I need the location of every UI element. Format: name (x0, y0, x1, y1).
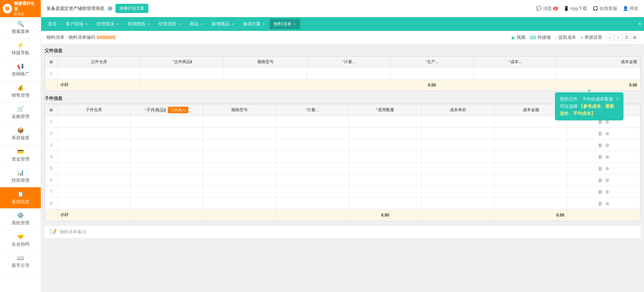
child-goods-3[interactable] (130, 139, 203, 151)
parent-production-cell[interactable] (391, 68, 474, 79)
child-qty-5[interactable] (349, 163, 422, 174)
shortcut-button[interactable]: ⌨ 快捷键 (530, 34, 551, 40)
child-warehouse-3[interactable] (58, 139, 131, 151)
child-goods-7[interactable] (130, 186, 203, 198)
tab-profit[interactable]: 利润报告 × (124, 19, 154, 29)
single-setting-button[interactable]: ≡ 单据设置 (580, 34, 602, 40)
child-goods-2[interactable] (130, 128, 203, 139)
sidebar-item-search[interactable]: 🔍 搜索菜单 (0, 17, 41, 38)
child-unit-5[interactable] (276, 163, 349, 174)
user-button[interactable]: 👤 用友 (623, 5, 639, 12)
tab-close-all-button[interactable]: × (638, 21, 641, 27)
child-spec-5[interactable] (203, 163, 276, 174)
delete-icon-8[interactable]: 🗑 (598, 201, 603, 206)
child-goods-4[interactable] (130, 151, 203, 163)
parent-th-gear[interactable]: ⚙ (45, 57, 58, 68)
child-spec-7[interactable] (203, 186, 276, 198)
child-unit-1[interactable] (276, 116, 349, 128)
child-unit-cost-7[interactable] (422, 186, 495, 198)
sidebar-item-collaboration[interactable]: 🤝 企业协同 (0, 230, 41, 251)
copy-icon-5[interactable]: ⊕ (605, 166, 609, 171)
copy-icon-2[interactable]: ⊕ (605, 131, 609, 136)
app-download-button[interactable]: 📱 App下载 (564, 5, 587, 12)
child-unit-cost-2[interactable] (422, 128, 495, 139)
tab-add-goods[interactable]: 新增商品 × (208, 19, 238, 29)
child-unit-cost-5[interactable] (422, 163, 495, 174)
child-qty-6[interactable] (349, 174, 422, 186)
child-spec-1[interactable] (203, 116, 276, 128)
child-spec-4[interactable] (203, 151, 276, 163)
child-goods-6[interactable] (130, 174, 203, 186)
child-unit-8[interactable] (276, 198, 349, 209)
sidebar-item-purchase[interactable]: 🛒 采购管理 (0, 102, 41, 124)
next-button[interactable]: › (615, 34, 622, 41)
copy-icon-6[interactable]: ⊕ (605, 177, 609, 183)
child-warehouse-1[interactable] (58, 116, 131, 128)
child-th-gear[interactable]: ⚙ (45, 104, 58, 116)
delete-icon-2[interactable]: 🗑 (598, 131, 603, 136)
child-unit-3[interactable] (276, 139, 349, 151)
child-warehouse-7[interactable] (58, 186, 131, 198)
expand-button[interactable]: ⊞ (631, 34, 639, 41)
child-unit-7[interactable] (276, 186, 349, 198)
child-unit-cost-4[interactable] (422, 151, 495, 163)
copy-icon-8[interactable]: ⊕ (605, 201, 609, 206)
child-goods-5[interactable] (130, 163, 203, 174)
delete-icon-4[interactable]: 🗑 (598, 154, 603, 160)
settings-icon[interactable]: ⚙️ (107, 6, 113, 11)
sidebar-item-finance[interactable]: 💳 资金管理 (0, 145, 41, 166)
tab-close-goods[interactable]: × (201, 22, 203, 26)
menu-button[interactable]: ☰ (623, 34, 630, 41)
child-warehouse-2[interactable] (58, 128, 131, 139)
child-unit-cost-3[interactable] (422, 139, 495, 151)
child-qty-8[interactable] (349, 198, 422, 209)
child-unit-cost-8[interactable] (422, 198, 495, 209)
child-spec-2[interactable] (203, 128, 276, 139)
sidebar-item-system[interactable]: ⚙️ 系统管理 (0, 209, 41, 230)
child-unit-cost-6[interactable] (422, 174, 495, 186)
child-qty-1[interactable] (349, 116, 422, 128)
delete-icon-3[interactable]: 🗑 (598, 142, 603, 148)
child-spec-8[interactable] (203, 198, 276, 209)
parent-unit-cell[interactable] (307, 68, 391, 79)
parent-goods-cell[interactable] (141, 68, 224, 79)
delete-icon-6[interactable]: 🗑 (598, 177, 603, 183)
child-unit-2[interactable] (276, 128, 349, 139)
child-spec-3[interactable] (203, 139, 276, 151)
tab-close-operation[interactable]: × (116, 22, 119, 26)
child-unit-6[interactable] (276, 174, 349, 186)
child-unit-cost-1[interactable] (422, 116, 495, 128)
sidebar-item-operations[interactable]: 📊 经营管理 (0, 166, 41, 187)
child-spec-6[interactable] (203, 174, 276, 186)
tab-goods[interactable]: 商品 × (186, 19, 207, 29)
extract-cost-button[interactable]: ↓ 提取成本 (555, 34, 577, 40)
tab-home[interactable]: 首页 (44, 19, 61, 29)
sidebar-item-guide[interactable]: 📖 新手引导 (0, 251, 41, 272)
scan-input-button[interactable]: 扫码录入 (168, 107, 188, 113)
child-qty-3[interactable] (349, 139, 422, 151)
tab-close-bom[interactable]: × (294, 22, 296, 26)
copy-icon-3[interactable]: ⊕ (605, 142, 609, 148)
sidebar-item-sales[interactable]: 💰 销售管理 (0, 81, 41, 102)
sidebar-item-inventory[interactable]: 📦 库存核算 (0, 124, 41, 145)
parent-cost-cell[interactable] (474, 68, 557, 79)
child-goods-1[interactable] (130, 116, 203, 128)
child-qty-2[interactable] (349, 128, 422, 139)
online-service-button[interactable]: 🎧 在线客服 (593, 5, 617, 12)
tab-history[interactable]: 经营历程 × (154, 19, 185, 29)
view-button[interactable]: ▶ 视频 (512, 34, 525, 40)
tab-close-add-goods[interactable]: × (232, 22, 234, 26)
copy-icon-4[interactable]: ⊕ (605, 154, 609, 160)
tab-barcode[interactable]: 条码方案 × (239, 19, 269, 29)
sidebar-item-basic-info[interactable]: 📋 基础信息 (0, 187, 41, 209)
message-button[interactable]: 💬 消息 6 (536, 5, 558, 12)
child-qty-4[interactable] (349, 151, 422, 163)
tab-close-profit[interactable]: × (148, 22, 150, 26)
child-goods-8[interactable] (130, 198, 203, 209)
child-unit-4[interactable] (276, 151, 349, 163)
parent-warehouse-cell[interactable] (58, 68, 141, 79)
copy-icon-7[interactable]: ⊕ (605, 189, 609, 195)
delete-icon-5[interactable]: 🗑 (598, 166, 603, 171)
child-warehouse-6[interactable] (58, 174, 131, 186)
tab-bom[interactable]: 物料清单 × (270, 19, 300, 29)
